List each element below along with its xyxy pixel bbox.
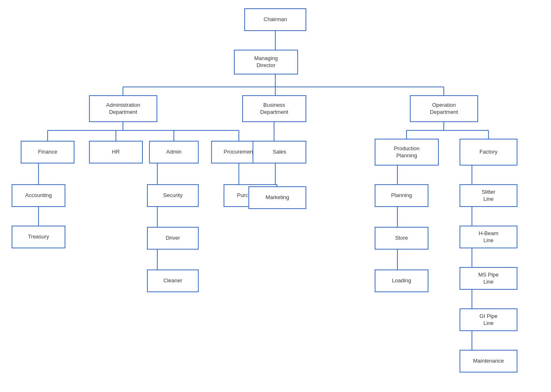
node-label-production_planning: Production Planning: [394, 145, 419, 159]
node-finance: Finance: [21, 141, 75, 164]
node-label-procurement: Procurement: [224, 149, 254, 156]
node-label-factory: Factory: [479, 149, 497, 156]
node-label-driver: Driver: [166, 235, 180, 242]
node-chairman: Chairman: [244, 8, 306, 31]
node-factory: Factory: [460, 139, 517, 166]
node-label-loading: Loading: [392, 277, 411, 284]
node-production_planning: Production Planning: [375, 139, 439, 166]
node-label-slitter_line: Slitter Line: [481, 189, 495, 203]
node-label-h_beam_line: H-Beam Line: [479, 230, 498, 244]
node-gi_pipe_line: GI Pipe Line: [460, 308, 517, 331]
node-maintenance: Maintenance: [460, 350, 517, 373]
node-hr: HR: [89, 141, 143, 164]
node-cleaner: Cleaner: [147, 269, 199, 292]
node-label-planning: Planning: [391, 192, 412, 199]
node-label-sales: Sales: [273, 149, 286, 156]
node-label-security: Security: [163, 192, 183, 199]
node-loading: Loading: [375, 269, 428, 292]
node-managing_director: Managing Director: [234, 50, 298, 75]
node-label-admin: Admin: [166, 149, 182, 156]
node-ms_pipe_line: MS Pipe Line: [460, 267, 517, 290]
node-business_dept: Business Department: [242, 95, 306, 122]
node-treasury: Treasury: [12, 226, 65, 248]
node-planning: Planning: [375, 184, 428, 207]
node-label-marketing: Marketing: [265, 194, 289, 201]
node-label-finance: Finance: [38, 149, 57, 156]
node-label-operation_dept: Operation Department: [430, 102, 458, 116]
node-operation_dept: Operation Department: [410, 95, 478, 122]
node-label-gi_pipe_line: GI Pipe Line: [479, 313, 497, 327]
node-admin: Admin: [149, 141, 199, 164]
node-driver: Driver: [147, 227, 199, 250]
node-marketing: Marketing: [248, 186, 306, 209]
node-label-store: Store: [395, 235, 408, 242]
node-store: Store: [375, 227, 428, 250]
node-label-cleaner: Cleaner: [164, 277, 183, 284]
org-chart: ChairmanManaging DirectorAdministration …: [0, 0, 551, 392]
node-label-treasury: Treasury: [28, 233, 49, 240]
node-sales: Sales: [253, 141, 306, 164]
node-security: Security: [147, 184, 199, 207]
node-label-accounting: Accounting: [25, 192, 52, 199]
node-label-chairman: Chairman: [264, 16, 287, 23]
node-label-hr: HR: [112, 149, 120, 156]
node-h_beam_line: H-Beam Line: [460, 226, 517, 248]
node-slitter_line: Slitter Line: [460, 184, 517, 207]
node-label-business_dept: Business Department: [260, 102, 289, 116]
node-label-ms_pipe_line: MS Pipe Line: [478, 272, 498, 286]
node-admin_dept: Administration Department: [89, 95, 157, 122]
node-label-admin_dept: Administration Department: [106, 102, 140, 116]
node-accounting: Accounting: [12, 184, 65, 207]
node-label-managing_director: Managing Director: [254, 55, 278, 69]
node-label-maintenance: Maintenance: [473, 358, 504, 365]
